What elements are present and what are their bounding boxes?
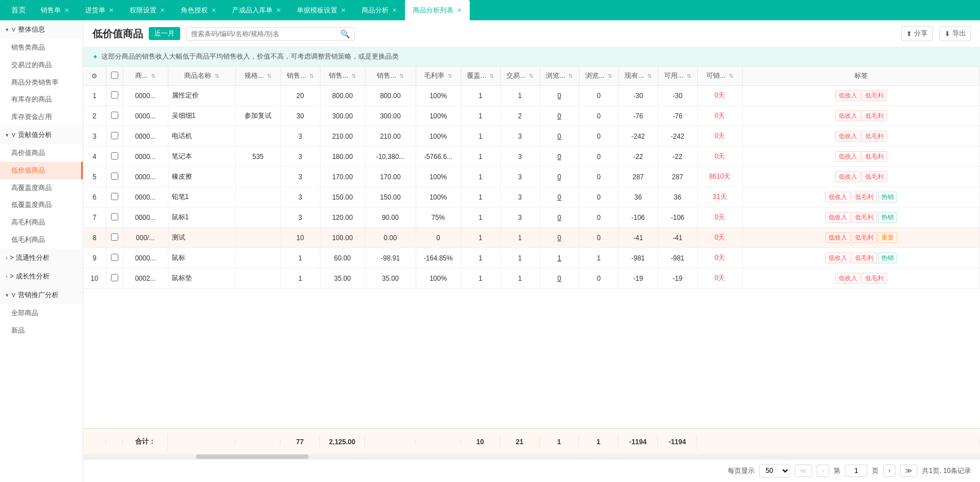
close-icon[interactable]: ✕: [341, 7, 346, 14]
footer-sales-amt-empty: [365, 439, 416, 445]
sidebar-item-new-products[interactable]: 新品: [0, 322, 83, 339]
table-row: 8 000/... 测试 10 100.00 0.00 0 1 1 0 0 -4…: [83, 228, 980, 248]
close-icon[interactable]: ✕: [392, 7, 397, 14]
sales-qty-col-header[interactable]: 销售... ⇅: [280, 67, 320, 86]
row-select-checkbox[interactable]: [111, 132, 118, 139]
row-browse1[interactable]: 0: [540, 126, 579, 147]
row-select-checkbox[interactable]: [111, 152, 118, 160]
row-select-checkbox[interactable]: [111, 254, 118, 261]
close-icon[interactable]: ✕: [160, 7, 165, 14]
nav-home[interactable]: 首页: [5, 0, 33, 20]
sales-amt-col-header[interactable]: 销售... ⇅: [365, 67, 416, 86]
sidebar-group-overall[interactable]: ▾ ∨ 整体信息: [0, 20, 83, 39]
filter-recent-month-button[interactable]: 近一月: [149, 27, 180, 40]
row-browse1[interactable]: 0: [540, 268, 579, 289]
browse2-col-header[interactable]: 浏览... ⇅: [579, 67, 618, 86]
close-icon[interactable]: ✕: [276, 7, 281, 14]
row-browse2: 1: [579, 248, 618, 268]
nav-role-auth[interactable]: 角色授权 ✕: [173, 0, 224, 20]
spec-col-header[interactable]: 规格... ⇅: [235, 67, 280, 86]
nav-purchase-order[interactable]: 进货单 ✕: [77, 0, 122, 20]
per-page-select[interactable]: 50 100 200: [759, 464, 790, 477]
select-all-checkbox[interactable]: [111, 72, 118, 79]
current-col-header[interactable]: 现有... ⇅: [618, 67, 658, 86]
row-coverage: 1: [461, 86, 500, 106]
first-page-button[interactable]: ≪: [795, 465, 812, 477]
row-browse1[interactable]: 0: [540, 228, 579, 248]
sidebar-item-low-value[interactable]: 低价值商品: [0, 162, 83, 179]
sidebar-item-low-margin[interactable]: 低毛利商品: [0, 231, 83, 249]
trade-col-header[interactable]: 交易... ⇅: [500, 67, 540, 86]
row-select-checkbox[interactable]: [111, 193, 118, 200]
settings-col-header[interactable]: ⚙: [83, 67, 106, 86]
data-table-wrapper[interactable]: ⚙ 商... ⇅ 商品名称 ⇅ 规格... ⇅ 销售... ⇅ 销售... ⇅ …: [83, 67, 980, 428]
close-icon[interactable]: ✕: [211, 7, 216, 14]
coverage-col-header[interactable]: 覆盖... ⇅: [461, 67, 500, 86]
close-icon[interactable]: ✕: [109, 7, 114, 14]
horizontal-scrollbar[interactable]: [83, 454, 980, 459]
close-icon[interactable]: ✕: [457, 7, 462, 14]
nav-product-inbound[interactable]: 产成品入库单 ✕: [224, 0, 289, 20]
nav-permission[interactable]: 权限设置 ✕: [122, 0, 173, 20]
available-col-header[interactable]: 可用... ⇅: [658, 67, 697, 86]
nav-sales-order[interactable]: 销售单 ✕: [33, 0, 77, 20]
sidebar-group-marketing[interactable]: ▾ ∨ 营销推广分析: [0, 286, 83, 304]
row-browse1[interactable]: 0: [540, 187, 579, 207]
sales-price-col-header[interactable]: 销售... ⇅: [320, 67, 365, 86]
row-sales-amt: 800.00: [365, 86, 416, 106]
row-sales-amt: 150.00: [365, 187, 416, 207]
row-code: 0000...: [123, 207, 168, 228]
prev-page-button[interactable]: ‹: [817, 465, 829, 477]
sidebar-group-contribution[interactable]: ▾ ∨ 贡献值分析: [0, 126, 83, 144]
sidebar-item-inventory-products[interactable]: 有库存的商品: [0, 91, 83, 108]
sidebar-group-growth[interactable]: › > 成长性分析: [0, 267, 83, 286]
scrollbar-thumb[interactable]: [196, 454, 309, 459]
row-select-checkbox[interactable]: [111, 213, 118, 220]
export-button[interactable]: ⬇ 导出: [939, 26, 971, 41]
code-col-header[interactable]: 商... ⇅: [123, 67, 168, 86]
sidebar-item-high-value[interactable]: 高价值商品: [0, 144, 83, 162]
row-browse1[interactable]: 0: [540, 147, 579, 167]
row-select-checkbox[interactable]: [111, 173, 118, 180]
next-page-button[interactable]: ›: [883, 465, 896, 477]
nav-template-settings[interactable]: 单据模板设置 ✕: [289, 0, 354, 20]
search-icon[interactable]: 🔍: [340, 29, 350, 38]
row-spec: [235, 207, 280, 228]
close-icon[interactable]: ✕: [64, 7, 69, 14]
row-browse1[interactable]: 0: [540, 167, 579, 187]
browse1-col-header[interactable]: 浏览... ⇅: [540, 67, 579, 86]
sidebar-item-high-margin[interactable]: 高毛利商品: [0, 214, 83, 231]
sidebar-item-high-coverage[interactable]: 高覆盖度商品: [0, 179, 83, 197]
sidebar-item-traded-products[interactable]: 交易过的商品: [0, 56, 83, 74]
row-select-checkbox[interactable]: [111, 233, 118, 241]
row-browse1[interactable]: 0: [540, 86, 579, 106]
sidebar-item-low-coverage[interactable]: 低覆盖度商品: [0, 196, 83, 214]
saleable-col-header[interactable]: 可销... ⇅: [697, 67, 742, 86]
nav-product-analysis[interactable]: 商品分析 ✕: [354, 0, 405, 20]
row-browse2: 0: [579, 207, 618, 228]
last-page-button[interactable]: ≫: [900, 465, 917, 477]
row-gross-rate: 100%: [416, 86, 461, 106]
row-select-checkbox[interactable]: [111, 112, 118, 119]
sidebar-item-inventory-funds[interactable]: 库存资金占用: [0, 108, 83, 126]
page-number-input[interactable]: [845, 465, 867, 477]
search-input[interactable]: [191, 30, 337, 38]
row-browse1[interactable]: 1: [540, 248, 579, 268]
gross-rate-col-header[interactable]: 毛利率 ⇅: [416, 67, 461, 86]
row-code: 0000...: [123, 126, 168, 147]
name-col-header[interactable]: 商品名称 ⇅: [168, 67, 235, 86]
row-browse1[interactable]: 0: [540, 106, 579, 126]
row-select-checkbox[interactable]: [111, 91, 118, 99]
row-sales-amt: 300.00: [365, 106, 416, 126]
row-select-checkbox[interactable]: [111, 274, 118, 281]
sidebar-item-sales-products[interactable]: 销售类商品: [0, 39, 83, 56]
page-header: 低价值商品 近一月 🔍 ⬆ 分享 ⬇ 导出: [83, 20, 980, 47]
sidebar-group-liquidity[interactable]: › > 流通性分析: [0, 249, 83, 267]
checkbox-col-header: [106, 67, 123, 86]
sidebar-item-all-products[interactable]: 全部商品: [0, 304, 83, 322]
nav-product-analysis-list[interactable]: 商品分析列表 ✕: [405, 0, 470, 20]
sidebar-item-category-sales-rate[interactable]: 商品分类销售率: [0, 74, 83, 91]
row-browse1[interactable]: 0: [540, 207, 579, 228]
share-button[interactable]: ⬆ 分享: [901, 26, 933, 41]
search-box: 🔍: [186, 27, 355, 41]
